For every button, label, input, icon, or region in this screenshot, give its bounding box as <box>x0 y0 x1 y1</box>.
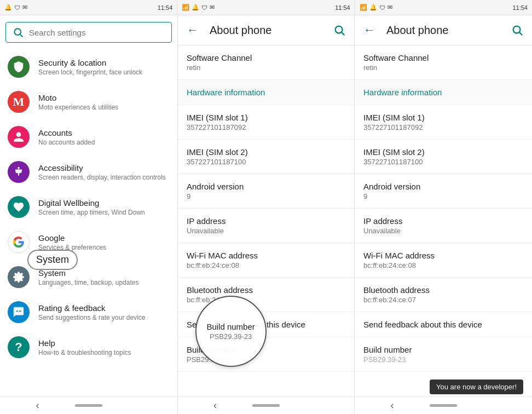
about-item-software-channel[interactable]: Software Channel retin <box>178 45 354 80</box>
help-title: Help <box>38 338 131 348</box>
notification-icon: 🔔 <box>4 4 12 11</box>
about-panel-middle: ← About phone Software Channel retin Har… <box>178 15 355 414</box>
about-item-r-hardware-info[interactable]: Hardware information <box>355 80 532 105</box>
accounts-subtitle: No accounts added <box>38 139 95 146</box>
moto-icon: M <box>8 91 30 113</box>
about-item-imei1[interactable]: IMEI (SIM slot 1) 357227101187092 <box>178 105 354 140</box>
accessibility-title: Accessibility <box>38 163 166 173</box>
digital-wellbeing-title: Digital Wellbeing <box>38 198 145 208</box>
bluetooth-title: Bluetooth address <box>187 285 345 295</box>
message-icon-right: ✉ <box>388 4 392 11</box>
imei1-value: 357227101187092 <box>187 123 345 131</box>
about-item-wifi[interactable]: Wi-Fi MAC address bc:ff:eb:24:ce:08 <box>178 243 354 278</box>
help-text: Help How-to & troubleshooting topics <box>38 338 131 357</box>
google-text: Google Services & preferences <box>38 233 106 251</box>
status-icons-left: 🔔 🛡 ✉ <box>4 4 27 11</box>
about-item-hardware-info[interactable]: Hardware information <box>178 80 354 105</box>
digital-wellbeing-text: Digital Wellbeing Screen time, app timer… <box>38 198 145 216</box>
right-nav-arrow[interactable]: ‹ <box>355 400 430 411</box>
rating-title: Rating & feedback <box>38 303 145 313</box>
svg-line-1 <box>20 34 23 37</box>
developer-toast: You are now a developer! <box>430 380 523 394</box>
about-item-feedback[interactable]: Send feedback about this device Build nu… <box>178 312 354 337</box>
settings-list: Security & location Screen lock, fingerp… <box>0 49 177 396</box>
svg-point-2 <box>18 167 20 169</box>
accessibility-icon <box>8 161 30 183</box>
about-list-middle: Software Channel retin Hardware informat… <box>178 45 354 396</box>
message-icon: ✉ <box>22 4 27 11</box>
status-icons-right: 📶 🔔 🛡 ✉ <box>360 4 392 11</box>
r-bluetooth-value: bc:ff:eb:24:ce:07 <box>363 296 523 304</box>
wifi-value: bc:ff:eb:24:ce:08 <box>187 261 345 269</box>
r-bluetooth-title: Bluetooth address <box>363 285 523 295</box>
about-item-r-imei1[interactable]: IMEI (SIM slot 1) 357227101187092 <box>355 105 532 140</box>
accounts-text: Accounts No accounts added <box>38 128 95 146</box>
android-value: 9 <box>187 192 345 200</box>
search-input[interactable] <box>29 28 165 37</box>
settings-item-accessibility[interactable]: Accessibility Screen readers, display, i… <box>0 154 177 189</box>
message-icon-mid: ✉ <box>210 4 215 11</box>
about-item-r-software-channel[interactable]: Software Channel retin <box>355 45 532 80</box>
status-bar-middle: 📶 🔔 🛡 ✉ 11:54 <box>177 0 355 15</box>
back-arrow-middle[interactable]: ← <box>187 23 199 37</box>
mid-nav-arrow[interactable]: ‹ <box>178 400 252 411</box>
software-channel-title: Software Channel <box>187 53 345 62</box>
about-item-r-feedback[interactable]: Send feedback about this device <box>355 312 532 337</box>
search-icon-middle[interactable] <box>333 24 345 36</box>
r-ip-title: IP address <box>363 216 523 226</box>
imei2-title: IMEI (SIM slot 2) <box>187 147 345 157</box>
android-title: Android version <box>187 182 345 191</box>
search-icon-right[interactable] <box>511 24 523 36</box>
signal-icon-right: 📶 <box>360 4 367 11</box>
nav-pill-left <box>75 404 102 407</box>
settings-item-moto[interactable]: M Moto Moto experiences & utilities <box>0 84 177 119</box>
about-item-r-imei2[interactable]: IMEI (SIM slot 2) 357227101187100 <box>355 140 532 174</box>
google-title: Google <box>38 233 106 243</box>
r-android-value: 9 <box>363 192 523 200</box>
about-item-r-build[interactable]: Build number PSB29.39-23 <box>355 337 532 372</box>
r-wifi-value: bc:ff:eb:24:ce:08 <box>363 261 523 269</box>
settings-item-system[interactable]: System System Languages, time, backup, u… <box>0 260 177 295</box>
time-left: 11:54 <box>158 4 173 11</box>
about-header-right: ← About phone <box>355 15 532 45</box>
r-hardware-info-title: Hardware information <box>363 88 523 97</box>
accessibility-text: Accessibility Screen readers, display, i… <box>38 163 166 181</box>
about-item-r-bluetooth[interactable]: Bluetooth address bc:ff:eb:24:ce:07 <box>355 278 532 312</box>
settings-item-digital-wellbeing[interactable]: Digital Wellbeing Screen time, app timer… <box>0 189 177 225</box>
about-title-middle: About phone <box>210 24 333 37</box>
svg-line-7 <box>519 32 522 35</box>
settings-panel: Security & location Screen lock, fingerp… <box>0 15 178 414</box>
moto-subtitle: Moto experiences & utilities <box>38 104 118 111</box>
back-arrow-right[interactable]: ← <box>363 23 375 37</box>
about-item-r-ip[interactable]: IP address Unavailable <box>355 209 532 243</box>
notification-icon-mid: 🔔 <box>192 4 199 11</box>
about-item-android[interactable]: Android version 9 <box>178 174 354 209</box>
settings-item-accounts[interactable]: Accounts No accounts added <box>0 119 177 154</box>
system-icon <box>8 266 30 288</box>
settings-item-google[interactable]: Google Services & preferences <box>0 225 177 260</box>
security-icon: 🛡 <box>14 4 20 11</box>
digital-wellbeing-subtitle: Screen time, app timers, Wind Down <box>38 209 145 216</box>
settings-item-help[interactable]: ? Help How-to & troubleshooting topics <box>0 330 177 365</box>
settings-item-security[interactable]: Security & location Screen lock, fingerp… <box>0 49 177 84</box>
bottom-nav-mid: ‹ <box>178 396 354 414</box>
r-feedback-title: Send feedback about this device <box>363 320 523 329</box>
r-ip-value: Unavailable <box>363 227 523 235</box>
left-nav-arrow[interactable]: ‹ <box>0 400 75 411</box>
svg-point-6 <box>513 26 521 33</box>
r-build-value: PSB29.39-23 <box>363 355 523 364</box>
about-item-ip[interactable]: IP address Unavailable <box>178 209 354 243</box>
system-text: System Languages, time, backup, updates <box>38 268 138 286</box>
accounts-title: Accounts <box>38 128 95 137</box>
about-item-r-wifi[interactable]: Wi-Fi MAC address bc:ff:eb:24:ce:08 <box>355 243 532 278</box>
settings-item-rating[interactable]: Rating & feedback Send suggestions & rat… <box>0 295 177 330</box>
about-item-r-android[interactable]: Android version 9 <box>355 174 532 209</box>
security-location-icon <box>8 56 30 78</box>
svg-point-0 <box>14 28 21 35</box>
search-bar-container[interactable] <box>5 22 172 43</box>
r-imei1-title: IMEI (SIM slot 1) <box>363 113 523 122</box>
bottom-nav-right: ‹ <box>355 396 532 414</box>
imei2-value: 357227101187100 <box>187 158 345 166</box>
imei1-title: IMEI (SIM slot 1) <box>187 113 345 122</box>
about-item-imei2[interactable]: IMEI (SIM slot 2) 357227101187100 <box>178 140 354 174</box>
